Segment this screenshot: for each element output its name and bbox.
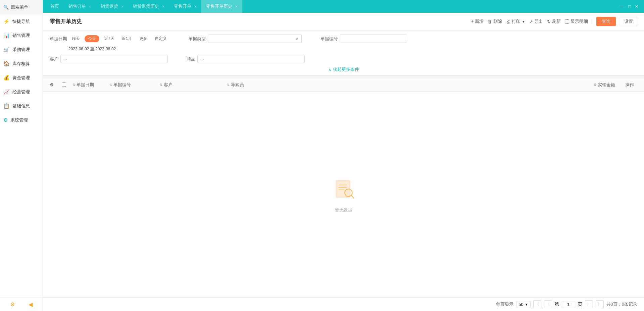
sidebar-item-inventory[interactable]: 🏠 库存核算 [0,57,43,71]
page-header: 零售开单历史 + 新增 🗑 删除 🖨 打印 ▼ ↗ 导出 ↻ [43,13,644,31]
tab-sales-order[interactable]: 销售订单✕ [64,0,96,13]
th-customer[interactable]: ⇅ 客户 [157,82,224,88]
th-date[interactable]: ⇅ 单据日期 [70,82,107,88]
toolbar: + 新增 🗑 删除 🖨 打印 ▼ ↗ 导出 ↻ 刷新 [471,17,637,26]
tab-retail-open[interactable]: 零售开单✕ [169,0,201,13]
collapse-filter-btn[interactable]: ∧ 收起更多条件 [50,66,637,72]
num-filter: 单据编号 [320,35,407,43]
th-settings[interactable]: ⚙ [46,82,58,87]
page-total: 共0页，0条记录 [606,301,637,307]
num-filter-input[interactable] [340,35,407,43]
customer-filter: 客户 [50,55,168,63]
add-button[interactable]: + 新增 [471,18,484,24]
date-btn-yesterday[interactable]: 昨天 [69,35,83,42]
th-num[interactable]: ⇅ 单据编号 [107,82,157,88]
date-btn-today[interactable]: 今天 [85,35,99,42]
query-button[interactable]: 查询 [596,17,616,26]
th-amount[interactable]: ⇅ 实销金额 [258,82,618,88]
sidebar-item-label: 资金管理 [12,75,30,81]
export-icon: ↗ [529,19,533,24]
type-select[interactable]: ∨ [208,35,302,43]
sidebar-search-label: 搜索菜单 [11,4,28,10]
sys-mgmt-icon: ⚙ [3,117,8,123]
page-label: 第 [555,301,559,307]
print-dropdown-icon: ▼ [522,20,525,23]
export-button[interactable]: ↗ 导出 [529,18,543,24]
num-filter-label: 单据编号 [320,36,338,42]
empty-text: 暂无数据 [335,207,352,213]
tab-label: 首页 [50,3,59,9]
th-checkbox[interactable] [58,83,70,87]
goods-filter-label: 商品 [187,56,195,62]
last-page-btn[interactable]: 》 [596,300,604,308]
th-guide[interactable]: ⇅ 导购员 [224,82,258,88]
tab-close-icon[interactable]: ✕ [121,5,123,8]
per-page-select[interactable]: 50 ▼ [516,301,530,308]
minimize-btn[interactable]: — [620,4,624,9]
close-btn[interactable]: ✕ [635,4,639,9]
tab-sales-return[interactable]: 销货退货✕ [96,0,128,13]
sidebar: 🔍 搜索菜单 ⚡ 快捷导航📊 销售管理🛒 采购管理🏠 库存核算💰 资金管理📈 经… [0,0,43,311]
display-toggle[interactable]: 显示明细 [565,18,588,24]
tab-sales-return-history[interactable]: 销货退货历史✕ [128,0,169,13]
per-page-label: 每页显示 [496,301,513,307]
finance-icon: 💰 [3,75,10,81]
sidebar-item-label: 系统管理 [10,117,28,123]
sidebar-search[interactable]: 🔍 搜索菜单 [0,0,43,14]
page-input[interactable] [562,301,575,308]
date-filter-label: 单据日期 [50,36,67,42]
window-controls: — □ ✕ [620,4,641,9]
delete-button[interactable]: 🗑 删除 [488,18,502,24]
sidebar-item-quick-nav[interactable]: ⚡ 快捷导航 [0,14,43,29]
sidebar-item-finance[interactable]: 💰 资金管理 [0,71,43,85]
sort-icon: ⇅ [109,83,112,87]
tab-close-icon[interactable]: ✕ [235,5,238,8]
sidebar-item-purchase-mgmt[interactable]: 🛒 采购管理 [0,43,43,57]
filter-row-1: 单据日期 昨天 今天 近7天 近1月 更多 自定义 单据类型 ∨ [50,35,637,43]
table-area: ⚙ ⇅ 单据日期 ⇅ 单据编号 ⇅ 客户 ⇅ [43,78,644,311]
first-page-btn[interactable]: 《 [533,300,541,308]
display-toggle-checkbox[interactable] [565,19,569,24]
toolbar-divider [592,18,592,24]
tabs-bar: 首页销售订单✕销货退货✕销货退货历史✕零售开单✕零售开单历史✕ — □ ✕ [43,0,644,13]
tab-label: 销货退货历史 [133,3,159,9]
date-btn-more[interactable]: 更多 [137,35,150,42]
tab-close-icon[interactable]: ✕ [162,5,164,8]
select-all-checkbox[interactable] [62,83,66,87]
tab-retail-open-history[interactable]: 零售开单历史✕ [201,0,242,13]
customer-filter-input[interactable] [60,55,168,63]
goods-filter-input[interactable] [197,55,305,63]
prev-page-btn[interactable]: 〈 [544,300,552,308]
sidebar-item-operations[interactable]: 📈 经营管理 [0,85,43,99]
maximize-btn[interactable]: □ [628,4,631,9]
date-btn-7days[interactable]: 近7天 [101,35,117,42]
type-filter-label: 单据类型 [188,36,206,42]
next-page-btn[interactable]: 〉 [585,300,593,308]
sort-icon: ⇅ [594,83,596,87]
print-button[interactable]: 🖨 打印 ▼ [506,18,525,24]
type-filter: 单据类型 ∨ [188,35,302,43]
tab-label: 零售开单 [174,3,191,9]
settings-icon[interactable]: ⚙ [10,301,15,308]
tab-home[interactable]: 首页 [46,0,64,13]
sidebar-item-basic-info[interactable]: 📋 基础信息 [0,99,43,113]
refresh-button[interactable]: ↻ 刷新 [547,18,561,24]
date-btn-custom[interactable]: 自定义 [152,35,169,42]
search-icon: 🔍 [3,5,9,10]
date-btn-1month[interactable]: 近1月 [119,35,135,42]
per-page-value: 50 [518,302,523,307]
sidebar-item-sales-mgmt[interactable]: 📊 销售管理 [0,29,43,43]
sort-icon: ⇅ [227,83,230,87]
per-page-dropdown-icon: ▼ [525,303,528,306]
sidebar-item-sys-mgmt[interactable]: ⚙ 系统管理 [0,113,43,127]
sidebar-item-label: 采购管理 [12,47,30,53]
tab-close-icon[interactable]: ✕ [194,5,197,8]
sidebar-item-label: 库存核算 [12,61,30,67]
sidebar-item-label: 快捷导航 [12,18,30,24]
table-header: ⚙ ⇅ 单据日期 ⇅ 单据编号 ⇅ 客户 ⇅ [43,78,644,92]
date-range-select: 昨天 今天 近7天 近1月 更多 自定义 [69,35,169,42]
settings-button[interactable]: 设置 [620,17,637,26]
filter-row-2: 客户 商品 [50,55,637,63]
collapse-sidebar-icon[interactable]: ◀ [29,301,33,308]
tab-close-icon[interactable]: ✕ [89,5,91,8]
